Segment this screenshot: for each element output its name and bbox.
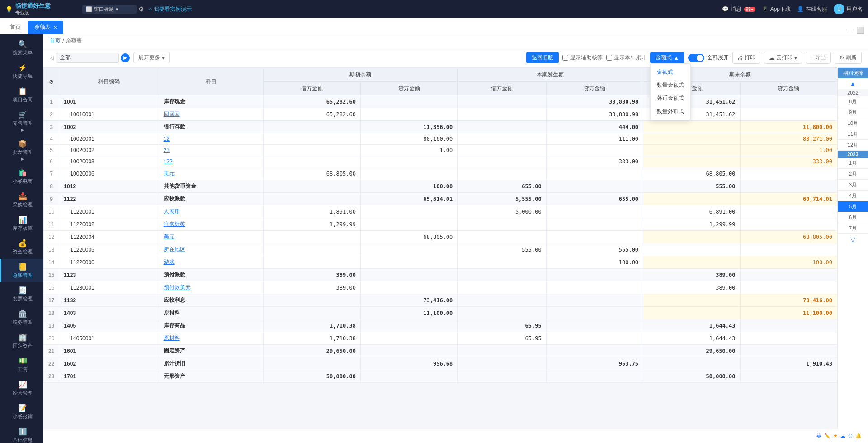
sidebar-item-contract[interactable]: 📋 项目合同 bbox=[0, 83, 43, 107]
tab-home-label: 首页 bbox=[10, 24, 21, 31]
period-month-8[interactable]: 8月 bbox=[838, 96, 868, 107]
back-arrow-icon[interactable]: ◁ bbox=[50, 55, 54, 61]
period-month-9[interactable]: 9月 bbox=[838, 107, 868, 118]
message-action[interactable]: 💬 消息 99+ bbox=[722, 5, 755, 13]
sidebar-item-quicknav[interactable]: ⚡ 快捷导航 bbox=[0, 60, 43, 83]
search-nav-btn[interactable]: ▶ bbox=[121, 53, 130, 62]
amount-mode-amount[interactable]: 金额式 bbox=[651, 66, 690, 79]
sidebar-item-invoice[interactable]: 🧾 发票管理 bbox=[0, 282, 43, 306]
bottom-edit-icon[interactable]: ✏️ bbox=[824, 433, 830, 439]
window-bar[interactable]: ⬜ 窗口标题 ▾ bbox=[82, 5, 137, 14]
period-month-1[interactable]: 1月 bbox=[838, 158, 868, 169]
account-name[interactable]: 12 bbox=[159, 133, 264, 145]
sidebar-item-ecommerce[interactable]: 🛍️ 小畅电商 bbox=[0, 165, 43, 188]
search-input[interactable] bbox=[60, 55, 105, 61]
opening-credit bbox=[360, 319, 457, 332]
closing-debit bbox=[643, 357, 740, 370]
bottom-bell-icon[interactable]: 🔔 bbox=[855, 433, 862, 439]
online-service-action[interactable]: 👤 在线客服 bbox=[797, 5, 827, 13]
period-month-6[interactable]: 6月 bbox=[838, 212, 868, 223]
window-dropdown-icon[interactable]: ▾ bbox=[116, 6, 118, 12]
sidebar-item-tax[interactable]: 🏛️ 税务管理 bbox=[0, 306, 43, 329]
user-action[interactable]: U 用户名 bbox=[834, 4, 863, 14]
close-icon[interactable]: ✕ bbox=[53, 25, 57, 30]
account-name[interactable]: 所在地区 bbox=[159, 243, 264, 256]
period-month-5-active[interactable]: 5月 bbox=[838, 201, 868, 212]
bottom-cloud-icon[interactable]: ☁ bbox=[840, 433, 845, 439]
amount-mode-btn[interactable]: 金额式 ▲ bbox=[650, 52, 684, 63]
app-download-action[interactable]: 📱 App下载 bbox=[762, 5, 791, 13]
minimize-icon[interactable]: — bbox=[847, 27, 853, 34]
account-name[interactable]: 美元 bbox=[159, 231, 264, 243]
sidebar-item-asset[interactable]: 🏢 固定资产 bbox=[0, 329, 43, 353]
report-icon: 📝 bbox=[18, 404, 27, 412]
show-auxiliary-label[interactable]: 显示辅助核算 bbox=[562, 54, 603, 62]
tab-balance[interactable]: 余额表 ✕ bbox=[28, 21, 63, 34]
breadcrumb-home[interactable]: 首页 bbox=[50, 37, 61, 45]
demo-link[interactable]: ○ 我要看实例演示 bbox=[149, 5, 192, 13]
sidebar-item-accounting[interactable]: 📒 总账管理 bbox=[0, 259, 43, 282]
show-year-total-checkbox[interactable] bbox=[606, 55, 612, 61]
period-credit bbox=[546, 205, 643, 218]
maximize-icon[interactable]: ⬜ bbox=[857, 27, 864, 34]
opening-credit bbox=[360, 156, 457, 167]
sidebar-item-basic[interactable]: ℹ️ 基础信息 bbox=[0, 424, 43, 443]
show-year-total-label[interactable]: 显示本年累计 bbox=[606, 54, 646, 62]
period-month-11[interactable]: 11月 bbox=[838, 129, 868, 140]
sidebar-item-purchase[interactable]: 📥 采购管理 bbox=[0, 188, 43, 212]
expand-all-switch[interactable] bbox=[688, 54, 704, 62]
period-debit bbox=[458, 95, 546, 108]
sidebar-item-report[interactable]: 📝 小畅报销 bbox=[0, 400, 43, 424]
closing-credit: 1.00 bbox=[740, 145, 837, 156]
expand-more-btn[interactable]: 展开更多 ▾ bbox=[133, 52, 170, 63]
refresh-btn[interactable]: ↻ 刷新 bbox=[835, 52, 862, 64]
opening-credit bbox=[360, 345, 457, 357]
demo-icon: ○ bbox=[149, 6, 152, 12]
bottom-star-icon[interactable]: ★ bbox=[833, 433, 838, 439]
period-month-7[interactable]: 7月 bbox=[838, 223, 868, 234]
show-auxiliary-checkbox[interactable] bbox=[562, 55, 568, 61]
period-month-10[interactable]: 10月 bbox=[838, 118, 868, 129]
lang-btn[interactable]: 英 bbox=[816, 433, 821, 439]
amount-mode-foreign[interactable]: 外币金额式 bbox=[651, 92, 690, 105]
account-name[interactable]: 预付款美元 bbox=[159, 281, 264, 294]
export-btn[interactable]: ↑ 导出 bbox=[806, 52, 831, 64]
gear-icon[interactable]: ⚙ bbox=[138, 5, 144, 13]
amount-mode-qty-foreign[interactable]: 数量外币式 bbox=[651, 105, 690, 118]
opening-credit: 65,614.01 bbox=[360, 193, 457, 205]
sidebar-item-inventory[interactable]: 📊 库存核算 bbox=[0, 212, 43, 235]
period-month-3[interactable]: 3月 bbox=[838, 180, 868, 191]
amount-mode-qty-amount[interactable]: 数量金额式 bbox=[651, 79, 690, 92]
row-num: 3 bbox=[44, 121, 59, 133]
period-up-btn[interactable]: ▲ bbox=[838, 78, 868, 89]
sidebar-item-salary[interactable]: 💵 工资 bbox=[0, 353, 43, 376]
closing-credit bbox=[740, 243, 837, 256]
tab-home[interactable]: 首页 bbox=[4, 21, 27, 34]
account-name[interactable]: 回回回 bbox=[159, 108, 264, 121]
period-debit: 5,555.00 bbox=[458, 193, 546, 205]
sidebar-item-wholesale[interactable]: 📦 批发管理 bbox=[0, 136, 43, 165]
account-name[interactable]: 游戏 bbox=[159, 256, 264, 269]
sidebar-label-search: 搜索菜单 bbox=[13, 49, 33, 56]
account-name[interactable]: 往来标签 bbox=[159, 218, 264, 231]
account-name[interactable]: 美元 bbox=[159, 167, 264, 180]
go-back-btn[interactable]: 退回旧版 bbox=[526, 52, 559, 63]
sidebar-item-operations[interactable]: 📈 经营管理 bbox=[0, 376, 43, 400]
account-name[interactable]: 原材料 bbox=[159, 332, 264, 345]
sidebar-item-search[interactable]: 🔍 搜索菜单 bbox=[0, 36, 43, 60]
settings-th[interactable]: ⚙ bbox=[44, 68, 59, 95]
cloud-print-btn[interactable]: ☁ 云打印 ▾ bbox=[764, 52, 802, 64]
account-name[interactable]: 122 bbox=[159, 156, 264, 167]
sidebar-item-cashflow[interactable]: 💰 资金管理 bbox=[0, 235, 43, 259]
print-btn[interactable]: 🖨 打印 bbox=[732, 52, 760, 64]
account-name: 累计折旧 bbox=[159, 357, 264, 370]
period-month-4[interactable]: 4月 bbox=[838, 191, 868, 201]
account-name[interactable]: 23 bbox=[159, 145, 264, 156]
bottom-hex-icon[interactable]: ⬡ bbox=[848, 433, 853, 439]
period-down-btn[interactable]: ▽ bbox=[838, 234, 868, 245]
account-name[interactable]: 人民币 bbox=[159, 205, 264, 218]
sidebar-item-retail[interactable]: 🛒 零售管理 bbox=[0, 107, 43, 136]
period-month-12[interactable]: 12月 bbox=[838, 140, 868, 151]
period-month-2[interactable]: 2月 bbox=[838, 169, 868, 180]
row-num: 18 bbox=[44, 307, 59, 319]
